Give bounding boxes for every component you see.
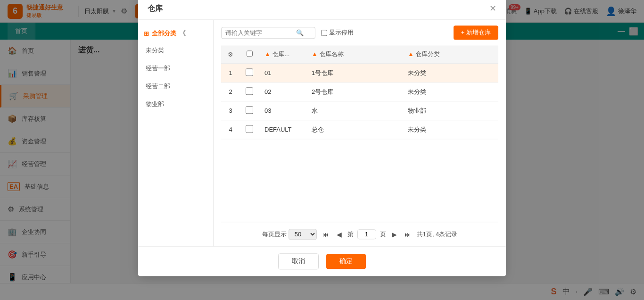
next-page-button[interactable]: ▶	[390, 230, 399, 239]
last-page-button[interactable]: ⏭	[403, 230, 413, 239]
modal-cat-business2[interactable]: 经营二部	[138, 77, 213, 95]
add-warehouse-button[interactable]: + 新增仓库	[454, 25, 498, 40]
row-category: 未分类	[402, 83, 498, 101]
modal-body: ⊞ 全部分类 《 未分类 经营一部 经营二部 物业部 🔍	[138, 20, 506, 246]
row-checkbox[interactable]	[246, 125, 253, 133]
row-checkbox-cell[interactable]	[240, 83, 259, 101]
row-category: 未分类	[402, 64, 498, 83]
row-checkbox[interactable]	[246, 68, 253, 76]
search-input[interactable]	[225, 29, 296, 36]
modal-title: 仓库	[148, 4, 163, 14]
row-index-cell: 4	[221, 120, 240, 139]
select-all-checkbox[interactable]	[247, 50, 253, 57]
table-body: 1 01 1号仓库 未分类 2 02 2号仓库 未分类 3 03 水 物业部 4…	[221, 64, 498, 139]
row-code: 03	[259, 101, 306, 120]
row-name: 1号仓库	[306, 64, 402, 83]
show-disabled-label[interactable]: 显示停用	[321, 28, 354, 37]
row-name: 2号仓库	[306, 83, 402, 101]
cancel-button[interactable]: 取消	[278, 253, 319, 269]
table-row[interactable]: 2 02 2号仓库 未分类	[221, 83, 498, 101]
per-page-dropdown[interactable]: 50 100	[289, 229, 317, 240]
row-checkbox-cell[interactable]	[240, 64, 259, 83]
row-code: 02	[259, 83, 306, 101]
row-category: 物业部	[402, 101, 498, 120]
th-name: ▲ 仓库名称	[306, 45, 402, 64]
first-page-button[interactable]: ⏮	[321, 230, 331, 239]
modal-cat-business1[interactable]: 经营一部	[138, 59, 213, 77]
grid-icon: ⊞	[144, 30, 149, 37]
modal-main: 🔍 显示停用 + 新增仓库 ⚙ ▲ 仓库... ▲ 仓库名称 ▲ 仓库分类 1	[214, 20, 506, 246]
modal-footer: 取消 确定	[138, 246, 506, 276]
th-code: ▲ 仓库...	[259, 45, 306, 64]
row-checkbox[interactable]	[246, 106, 253, 114]
confirm-button[interactable]: 确定	[326, 254, 366, 269]
collapse-icon[interactable]: 《	[179, 29, 186, 38]
row-checkbox[interactable]	[246, 87, 253, 95]
prev-page-button[interactable]: ◀	[335, 230, 344, 239]
row-index-cell: 1	[221, 64, 240, 83]
modal-close-button[interactable]: ✕	[489, 3, 496, 14]
search-box[interactable]: 🔍	[221, 27, 315, 39]
row-name: 水	[306, 101, 402, 120]
modal-toolbar: 🔍 显示停用 + 新增仓库	[221, 25, 498, 40]
row-category: 未分类	[402, 120, 498, 139]
row-index-cell: 2	[221, 83, 240, 101]
table-row[interactable]: 3 03 水 物业部	[221, 101, 498, 120]
warehouse-modal: 仓库 ✕ ⊞ 全部分类 《 未分类 经营一部 经营二部 物业部	[138, 0, 506, 276]
th-checkbox	[240, 45, 259, 64]
row-code: 01	[259, 64, 306, 83]
page-number-input[interactable]	[357, 229, 376, 239]
modal-pagination: 每页显示 50 100 ⏮ ◀ 第 页 ▶ ⏭ 共1页, 4条记录	[221, 222, 498, 246]
show-disabled-checkbox[interactable]	[321, 30, 327, 36]
th-category: ▲ 仓库分类	[402, 45, 498, 64]
search-icon: 🔍	[296, 29, 304, 36]
modal-sidebar-header: ⊞ 全部分类 《	[138, 25, 213, 42]
modal-category-sidebar: ⊞ 全部分类 《 未分类 经营一部 经营二部 物业部	[138, 20, 214, 246]
modal-cat-property[interactable]: 物业部	[138, 95, 213, 113]
table-row[interactable]: 4 DEFAULT 总仓 未分类	[221, 120, 498, 139]
per-page-select: 每页显示 50 100	[262, 229, 317, 240]
row-checkbox-cell[interactable]	[240, 101, 259, 120]
row-index-cell: 3	[221, 101, 240, 120]
row-name: 总仓	[306, 120, 402, 139]
modal-cat-unclassified[interactable]: 未分类	[138, 42, 213, 59]
warehouse-table: ⚙ ▲ 仓库... ▲ 仓库名称 ▲ 仓库分类 1 01 1号仓库 未分类 2 …	[221, 45, 498, 139]
total-info: 共1页, 4条记录	[417, 230, 458, 239]
row-checkbox-cell[interactable]	[240, 120, 259, 139]
table-header-row: ⚙ ▲ 仓库... ▲ 仓库名称 ▲ 仓库分类	[221, 45, 498, 64]
row-code: DEFAULT	[259, 120, 306, 139]
sidebar-all-categories: 全部分类	[152, 29, 176, 38]
table-row[interactable]: 1 01 1号仓库 未分类	[221, 64, 498, 83]
table-container: ⚙ ▲ 仓库... ▲ 仓库名称 ▲ 仓库分类 1 01 1号仓库 未分类 2 …	[221, 45, 498, 222]
th-index: ⚙	[221, 45, 240, 64]
modal-header: 仓库 ✕	[138, 0, 506, 20]
